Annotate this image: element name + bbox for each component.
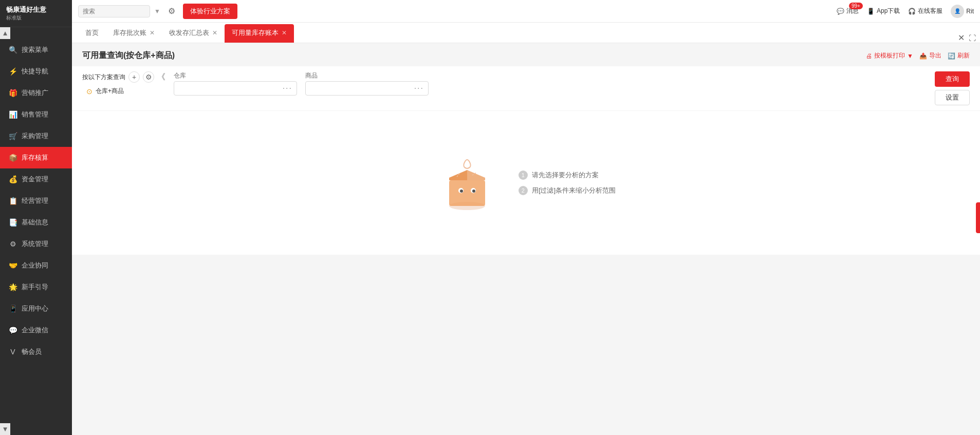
tab-close-collect-inventory-summary[interactable]: ✕ (212, 29, 217, 36)
search-input[interactable] (83, 8, 129, 15)
app-download-btn[interactable]: 📱 App下载 (867, 7, 900, 15)
filter-scheme-panel: 按以下方案查询 + ⚙ 《 ⊙ 仓库+商品 (82, 71, 165, 98)
sidebar-icon-corp-wechat: 💬 (8, 326, 17, 335)
tab-collect-inventory-summary[interactable]: 收发存汇总表✕ (162, 24, 225, 43)
sidebar-icon-marketing-promo: 🎁 (8, 88, 17, 98)
online-service-btn[interactable]: 🎧 在线客服 (908, 7, 942, 15)
export-btn[interactable]: 📤 导出 (919, 51, 941, 60)
sidebar-item-ops-mgmt[interactable]: 📋经营管理 (0, 190, 72, 212)
sidebar-item-corp-wechat[interactable]: 💬企业微信 (0, 319, 72, 341)
tip-number-1: 1 (519, 171, 528, 180)
avatar: 👤 (951, 5, 964, 18)
sidebar-icon-purchase-mgmt: 🛒 (8, 131, 17, 141)
svg-point-7 (472, 190, 475, 193)
topbar-settings-btn[interactable]: ⚙ (164, 4, 179, 18)
sidebar-scroll-down[interactable]: ▼ (0, 423, 10, 435)
sidebar-icon-vip: V (8, 347, 17, 356)
filter-area: 按以下方案查询 + ⚙ 《 ⊙ 仓库+商品 仓库 ··· (72, 66, 980, 110)
user-menu[interactable]: 👤 Rit (951, 5, 974, 18)
sidebar-item-search[interactable]: 🔍搜索菜单 (0, 39, 72, 61)
tabbar-expand-btn[interactable]: ⛶ (969, 34, 976, 42)
tip-text-1: 请先选择要分析的方案 (532, 171, 599, 180)
product-dots-btn[interactable]: ··· (414, 84, 424, 93)
tab-label-inventory-batch: 库存批次账 (113, 28, 146, 37)
page-title: 可用量查询(按仓库+商品) (82, 50, 175, 61)
tab-inventory-batch[interactable]: 库存批次账✕ (106, 24, 162, 43)
tab-label-home: 首页 (85, 28, 99, 37)
sidebar-nav: 🔍搜索菜单⚡快捷导航🎁营销推广📊销售管理🛒采购管理📦库存核算💰资金管理📋经营管理… (0, 39, 72, 423)
product-input[interactable] (310, 85, 412, 92)
sidebar-label-ops-mgmt: 经营管理 (22, 196, 48, 205)
notification-badge: 99+ (849, 3, 863, 9)
sidebar-item-marketing-promo[interactable]: 🎁营销推广 (0, 82, 72, 104)
tab-available-inventory-ledger[interactable]: 可用量库存账本✕ (225, 24, 294, 43)
collapse-scheme-btn[interactable]: 《 (157, 72, 165, 83)
sidebar-icon-finance-mgmt: 💰 (8, 175, 17, 184)
industry-btn[interactable]: 体验行业方案 (183, 4, 237, 19)
sidebar-item-finance-mgmt[interactable]: 💰资金管理 (0, 168, 72, 190)
template-print-label: 按模板打印 (874, 51, 905, 60)
app-download-label: App下载 (877, 7, 900, 15)
empty-tip-1: 1 请先选择要分析的方案 (519, 171, 616, 180)
online-service-label: 在线客服 (918, 7, 942, 15)
tab-close-inventory-batch[interactable]: ✕ (150, 29, 155, 36)
sidebar-label-basic-info: 基础信息 (22, 218, 48, 227)
sidebar-label-shortcut: 快捷导航 (22, 67, 48, 76)
sidebar-item-corp-collab[interactable]: 🤝企业协同 (0, 255, 72, 276)
sidebar-label-search: 搜索菜单 (22, 45, 48, 54)
sidebar-label-corp-collab: 企业协同 (22, 261, 48, 270)
template-print-btn[interactable]: 🖨 按模板打印 ▼ (866, 51, 913, 60)
tab-home[interactable]: 首页 (78, 24, 106, 43)
sidebar-item-basic-info[interactable]: 📑基础信息 (0, 212, 72, 233)
topbar-search-box (78, 5, 150, 17)
sidebar-label-finance-mgmt: 资金管理 (22, 175, 48, 184)
sidebar-icon-new-guide: 🌟 (8, 282, 17, 292)
sidebar-icon-sales-mgmt: 📊 (8, 110, 17, 119)
svg-marker-2 (449, 170, 467, 180)
tab-close-available-inventory-ledger[interactable]: ✕ (282, 29, 287, 36)
sidebar-item-inventory-calc[interactable]: 📦库存核算 (0, 147, 72, 168)
sidebar-scroll-up[interactable]: ▲ (0, 27, 10, 39)
scheme-label: 仓库+商品 (96, 87, 124, 96)
empty-illustration (436, 152, 498, 214)
sidebar-item-shortcut[interactable]: ⚡快捷导航 (0, 61, 72, 82)
refresh-label: 刷新 (957, 51, 970, 60)
topbar-chevron-icon[interactable]: ▼ (154, 8, 160, 15)
sidebar-item-purchase-mgmt[interactable]: 🛒采购管理 (0, 125, 72, 147)
settings-scheme-btn[interactable]: ⚙ (143, 71, 154, 83)
filter-actions: 查询 设置 (935, 71, 970, 105)
sidebar-icon-corp-collab: 🤝 (8, 261, 17, 270)
sidebar-item-app-center[interactable]: 📱应用中心 (0, 298, 72, 319)
notification-btn[interactable]: 💬 消息 99+ (837, 7, 859, 15)
warehouse-input[interactable] (178, 85, 281, 92)
sidebar-logo-title: 畅康通好生意 (6, 5, 66, 14)
sidebar-item-new-guide[interactable]: 🌟新手引导 (0, 276, 72, 298)
svg-marker-3 (467, 170, 485, 180)
sidebar-item-sales-mgmt[interactable]: 📊销售管理 (0, 104, 72, 125)
dropdown-icon: ▼ (907, 52, 913, 60)
page-actions: 🖨 按模板打印 ▼ 📤 导出 🔄 刷新 (866, 51, 970, 60)
sidebar-icon-app-center: 📱 (8, 304, 17, 313)
sidebar-item-sys-mgmt[interactable]: ⚙系统管理 (0, 233, 72, 255)
warehouse-label: 仓库 (174, 71, 297, 80)
sidebar-icon-ops-mgmt: 📋 (8, 196, 17, 205)
sidebar-item-vip[interactable]: V畅会员 (0, 341, 72, 363)
sidebar-icon-sys-mgmt: ⚙ (8, 239, 17, 249)
scheme-item-warehouse-product[interactable]: ⊙ 仓库+商品 (82, 85, 165, 98)
svg-point-6 (460, 190, 463, 193)
right-scroll-indicator[interactable] (976, 202, 980, 233)
message-icon: 💬 (837, 8, 844, 15)
filter-settings-btn[interactable]: 设置 (935, 90, 970, 105)
warehouse-field: 仓库 ··· (174, 71, 297, 96)
tabbar-close-btn[interactable]: ✕ (958, 33, 965, 43)
warehouse-dots-btn[interactable]: ··· (283, 84, 292, 93)
product-input-box[interactable]: ··· (305, 81, 429, 96)
scheme-icon: ⊙ (86, 87, 93, 96)
add-scheme-btn[interactable]: + (128, 71, 140, 83)
empty-tip-2: 2 用[过滤]条件来缩小分析范围 (519, 186, 616, 195)
empty-state-inner: 1 请先选择要分析的方案 2 用[过滤]条件来缩小分析范围 (436, 152, 616, 214)
sidebar-label-sales-mgmt: 销售管理 (22, 110, 48, 119)
refresh-btn[interactable]: 🔄 刷新 (948, 51, 970, 60)
warehouse-input-box[interactable]: ··· (174, 81, 297, 96)
query-btn[interactable]: 查询 (935, 71, 970, 87)
